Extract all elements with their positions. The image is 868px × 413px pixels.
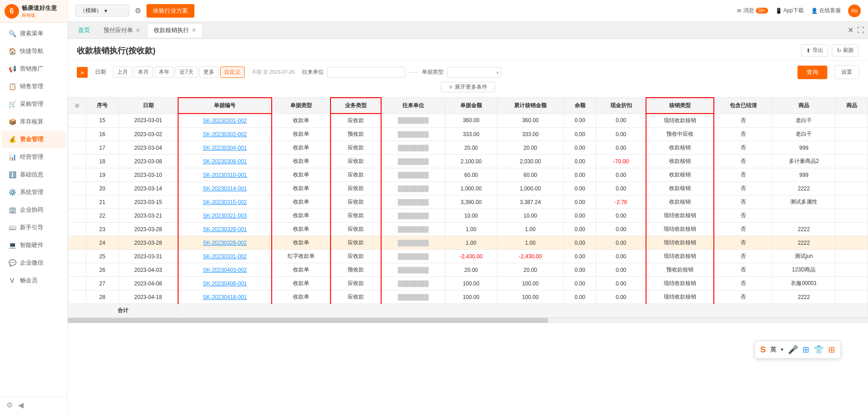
table-row[interactable]: 252023-03-31SK-20230331-002红字收款单应收款█████…	[68, 250, 868, 263]
doc-number-link[interactable]: SK-20230328-001	[203, 226, 247, 233]
tab-home[interactable]: 首页	[71, 23, 97, 38]
app-download-button[interactable]: 📱 App下载	[775, 7, 804, 14]
more-date-button[interactable]: 更多	[199, 66, 218, 78]
sidebar-item-quick[interactable]: 🏠 快捷导航	[2, 43, 66, 60]
table-row[interactable]: 232023-03-28SK-20230328-001收款单应收款███████…	[68, 223, 868, 236]
last-7days-button[interactable]: 近7天	[175, 66, 198, 78]
table-cell	[68, 290, 86, 304]
workspace-label: （模糊）	[80, 7, 102, 14]
sidebar-item-member[interactable]: V 畅会员	[2, 272, 66, 289]
punctuation-icon[interactable]: •	[781, 345, 783, 355]
sidebar-item-operations[interactable]: 📊 经营管理	[2, 148, 66, 166]
table-row[interactable]: 242023-03-28SK-20230328-002收款单应收款███████…	[68, 236, 868, 250]
doc-number-link[interactable]: SK-20230418-001	[203, 294, 247, 300]
english-icon[interactable]: 英	[770, 346, 776, 354]
table-row[interactable]: 172023-03-04SK-20230304-001收款单应收款███████…	[68, 141, 868, 155]
doc-number-link[interactable]: SK-20230301-002	[203, 118, 247, 124]
table-row[interactable]: 222023-03-21SK-20230321-003收款单应收款███████…	[68, 209, 868, 223]
table-cell: 100.00	[497, 277, 564, 290]
collapse-sidebar-icon[interactable]: ◀	[18, 401, 24, 409]
sidebar-item-wechat[interactable]: 💬 企业微信	[2, 254, 66, 271]
table-cell: 24	[86, 236, 119, 250]
sidebar-item-marketing[interactable]: 📢 营销推广	[2, 60, 66, 77]
expand-tab-button[interactable]: ⛶	[857, 26, 864, 34]
sidebar-item-purchase[interactable]: 🛒 采购管理	[2, 95, 66, 113]
sidebar-item-inventory[interactable]: 📦 库存核算	[2, 113, 66, 130]
messages-button[interactable]: ✉ 消息 99+	[737, 7, 768, 14]
sidebar-item-search[interactable]: 🔍 搜索菜单	[2, 25, 66, 42]
workspace-dropdown[interactable]: （模糊） ▾	[75, 5, 129, 17]
table-cell: 2023-03-08	[118, 155, 178, 168]
shirt-icon[interactable]: 👕	[814, 345, 824, 355]
table-row[interactable]: 192023-03-10SK-20230310-001收款单应收款███████…	[68, 168, 868, 182]
user-avatar[interactable]: Rit	[848, 5, 861, 17]
doc-number-link[interactable]: SK-20230304-001	[203, 145, 247, 151]
column-danhao: 单据编号	[178, 98, 272, 114]
doc-type-select[interactable]: 收款单 红字收款单	[447, 67, 501, 78]
this-year-button[interactable]: 本年	[155, 66, 174, 78]
gear-icon[interactable]: ⚙	[135, 6, 141, 15]
filter-area: » 日期 上月 本月 本年 近7天 更多 自定义 不限 至 2023-07-26…	[68, 61, 868, 97]
table-cell: 衣服00001	[772, 277, 835, 290]
voice-icon[interactable]: 🎤	[788, 345, 798, 355]
doc-number-link[interactable]: SK-20230331-002	[203, 253, 247, 260]
grid-icon[interactable]: ⊞	[828, 345, 835, 355]
industry-solution-button[interactable]: 体验行业方案	[146, 4, 194, 18]
query-button[interactable]: 查询	[797, 66, 827, 79]
keyboard-icon[interactable]: ⊞	[802, 345, 809, 355]
doc-number-link[interactable]: SK-20230321-003	[203, 213, 247, 219]
table-cell	[772, 209, 835, 223]
custom-date-button[interactable]: 自定义	[220, 66, 245, 78]
table-row[interactable]: 272023-04-08SK-20230408-001收款单应收款███████…	[68, 277, 868, 290]
table-row[interactable]: 212023-03-15SK-20230315-002收款单应收款███████…	[68, 195, 868, 209]
footer-row: 合计	[68, 304, 868, 318]
sidebar-item-finance[interactable]: 💰 资金管理	[2, 131, 66, 148]
sidebar-item-sales[interactable]: 📋 销售管理	[2, 78, 66, 95]
doc-number-link[interactable]: SK-20230302-002	[203, 131, 247, 138]
settings-icon[interactable]: ⚙	[6, 401, 13, 409]
scrollbar-thumb[interactable]	[68, 318, 548, 323]
table-row[interactable]: 182023-03-08SK-20230308-001收款单应收款███████…	[68, 155, 868, 168]
tab-payable[interactable]: 预付应付单 ✕	[97, 23, 147, 38]
doc-number-link[interactable]: SK-20230308-001	[203, 158, 247, 165]
table-cell: 收款单	[272, 168, 330, 182]
column-settings-th[interactable]: ⚙	[68, 98, 86, 114]
filter-expand-button[interactable]: »	[77, 67, 88, 78]
doc-number-link[interactable]: SK-20230314-001	[203, 185, 247, 192]
sidebar-item-enterprise[interactable]: 🏢 企业协同	[2, 201, 66, 218]
table-row[interactable]: 262023-04-03SK-20230403-002收款单预收款███████…	[68, 263, 868, 277]
table-row[interactable]: 202023-03-14SK-20230314-001收款单应收款███████…	[68, 182, 868, 195]
horizontal-scrollbar[interactable]	[68, 318, 868, 323]
collection-tab-close-icon[interactable]: ✕	[192, 27, 196, 33]
last-month-button[interactable]: 上月	[113, 66, 132, 78]
table-cell	[835, 114, 868, 128]
setting-button[interactable]: 设置	[835, 65, 859, 79]
sidebar-item-system[interactable]: ⚙️ 系统管理	[2, 184, 66, 201]
online-service-button[interactable]: 👤 在线客服	[811, 7, 841, 14]
doc-number-link[interactable]: SK-20230315-002	[203, 199, 247, 205]
payable-tab-label: 预付应付单	[104, 26, 133, 34]
refresh-button[interactable]: ↻ 刷新	[832, 44, 859, 57]
doc-number-link[interactable]: SK-20230403-002	[203, 267, 247, 273]
sidebar-item-hardware[interactable]: 💻 智能硬件	[2, 237, 66, 254]
table-cell	[68, 114, 86, 128]
table-row[interactable]: 282023-04-18SK-20230418-001收款单应收款███████…	[68, 290, 868, 304]
system-icon: ⚙️	[8, 189, 16, 196]
table-row[interactable]: 152023-03-01SK-20230301-002收款单应收款███████…	[68, 114, 868, 128]
doc-number-link[interactable]: SK-20230310-001	[203, 172, 247, 178]
export-button[interactable]: ⬆ 导出	[801, 44, 828, 57]
table-cell: 0.00	[596, 236, 646, 250]
this-month-button[interactable]: 本月	[134, 66, 153, 78]
doc-number-link[interactable]: SK-20230328-002	[203, 240, 247, 246]
close-tab-button[interactable]: ✕	[848, 26, 854, 34]
expand-more-button[interactable]: ∨ 展开更多条件	[441, 82, 495, 92]
partner-input[interactable]	[327, 67, 405, 78]
payable-tab-close-icon[interactable]: ✕	[136, 27, 140, 33]
sidebar-item-guide[interactable]: 📖 新手引导	[2, 219, 66, 236]
sidebar-item-basic[interactable]: ℹ️ 基础信息	[2, 166, 66, 183]
tab-collection[interactable]: 收款核销执行 ✕	[147, 23, 203, 38]
table-cell	[835, 236, 868, 250]
table-area[interactable]: ⚙ 序号 日期 单据编号 单据类型 业务类型 往来单位 单据金额 累计核销金额 …	[68, 97, 868, 413]
doc-number-link[interactable]: SK-20230408-001	[203, 280, 247, 287]
table-row[interactable]: 162023-03-02SK-20230302-002收款单预收款███████…	[68, 128, 868, 141]
